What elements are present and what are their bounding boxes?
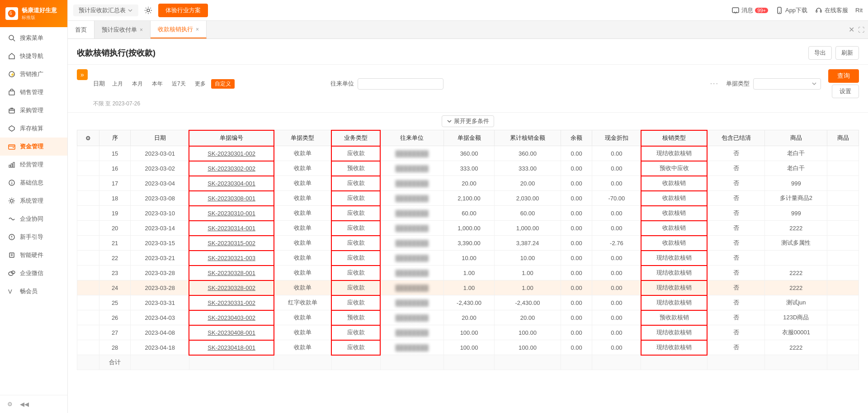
sidebar-item-sales[interactable]: 销售管理	[0, 83, 67, 101]
table-cell[interactable]: SK-20230314-001	[189, 221, 274, 236]
tab-close-receipt[interactable]: ×	[196, 26, 199, 33]
partner-input[interactable]	[358, 78, 443, 90]
table-cell[interactable]: SK-20230310-001	[189, 206, 274, 221]
tab-close-receivable[interactable]: ×	[140, 27, 143, 33]
table-cell	[77, 310, 99, 325]
table-cell: 100.00	[443, 340, 494, 355]
wallet-icon	[7, 142, 16, 151]
table-cell: -70.00	[592, 191, 641, 206]
table-cell: -2,430.00	[443, 295, 494, 310]
tab-home[interactable]: 首页	[68, 21, 94, 38]
table-cell	[827, 340, 859, 355]
table-cell: 应收款	[331, 340, 380, 355]
message-badge: 99+	[755, 8, 768, 13]
table-cell[interactable]: SK-20230403-002	[189, 310, 274, 325]
sidebar-item-system[interactable]: 系统管理	[0, 192, 67, 210]
table-cell[interactable]: SK-20230301-002	[189, 146, 274, 161]
table-cell: 现结收款核销	[641, 280, 708, 295]
svg-line-3	[13, 39, 15, 41]
sidebar-gear-icon[interactable]: ⚙	[7, 401, 13, 408]
col-gear[interactable]: ⚙	[77, 130, 99, 146]
bill-type-select[interactable]	[753, 78, 821, 90]
user-name[interactable]: Rit	[855, 7, 863, 14]
table-cell: 16	[99, 161, 131, 176]
sidebar-item-cooperation[interactable]: 企业协同	[0, 210, 67, 228]
table-cell: 应收款	[331, 176, 380, 191]
table-cell: 收款单	[274, 161, 331, 176]
query-button[interactable]: 查询	[828, 69, 859, 83]
refresh-button[interactable]: 刷新	[835, 46, 859, 60]
table-cell[interactable]: SK-20230328-001	[189, 266, 274, 280]
table-cell: 28	[99, 340, 131, 355]
page-selector[interactable]: 预计应收款汇总表	[73, 5, 138, 16]
sidebar-item-member[interactable]: V 畅会员	[0, 282, 67, 300]
industry-btn[interactable]: 体验行业方案	[158, 4, 208, 17]
sidebar: 6 畅康道好生意 标推版 搜索菜单 快捷导航 ⚡	[0, 0, 68, 413]
package-icon	[7, 106, 16, 115]
expand-tabs-icon[interactable]: ⛶	[858, 26, 864, 33]
table-cell[interactable]: SK-20230408-001	[189, 325, 274, 340]
filter-date-this-year[interactable]: 本年	[148, 79, 166, 89]
close-all-tabs-icon[interactable]: ✕	[849, 25, 854, 34]
summary-cell	[827, 355, 859, 370]
table-cell: 15	[99, 146, 131, 161]
chevron-down-icon	[127, 8, 133, 13]
table-cell: 2023-03-10	[131, 206, 189, 221]
sidebar-item-guide[interactable]: 新手引导	[0, 228, 67, 246]
table-cell: 1.00	[443, 280, 494, 295]
svg-rect-10	[9, 165, 10, 167]
sidebar-item-search[interactable]: 搜索菜单	[0, 29, 67, 47]
tab-receipt-exec[interactable]: 收款核销执行 ×	[151, 21, 207, 38]
filter-date-7days[interactable]: 近7天	[168, 79, 189, 89]
table-cell: 收款单	[274, 146, 331, 161]
export-button[interactable]: 导出	[808, 46, 832, 60]
filter-date-this-month[interactable]: 本月	[128, 79, 146, 89]
sidebar-item-quick-nav[interactable]: 快捷导航	[0, 47, 67, 65]
app-download-action[interactable]: App下载	[775, 6, 807, 14]
filter-date-more[interactable]: 更多	[191, 79, 209, 89]
table-cell[interactable]: SK-20230321-003	[189, 251, 274, 266]
filter-second-row: 展开更多条件	[68, 113, 868, 130]
message-icon	[731, 6, 740, 14]
page-inner: 收款核销执行(按收款) 导出 刷新 » 日期 上月	[68, 39, 868, 413]
table-cell[interactable]: SK-20230328-002	[189, 280, 274, 295]
table-cell: 100.00	[495, 340, 561, 355]
svg-text:V: V	[8, 288, 12, 295]
header-gear-icon[interactable]	[142, 4, 155, 17]
headset-icon	[815, 6, 823, 14]
setting-button[interactable]: 设置	[832, 85, 859, 98]
col-include-settled: 包含已结清	[707, 130, 764, 146]
sidebar-item-marketing[interactable]: ⚡ 营销推广	[0, 65, 67, 83]
table-cell[interactable]: SK-20230315-002	[189, 236, 274, 251]
table-cell[interactable]: SK-20230302-002	[189, 161, 274, 176]
sidebar-footer: ⚙ ◀◀	[0, 395, 67, 413]
sidebar-collapse-icon[interactable]: ◀◀	[20, 401, 29, 408]
sidebar-item-wechat[interactable]: 企业微信	[0, 264, 67, 282]
filter-toggle-btn[interactable]: »	[77, 69, 88, 80]
table-cell: 1,000.00	[495, 221, 561, 236]
shopping-icon	[7, 88, 16, 97]
table-cell: 测试jun	[765, 295, 827, 310]
col-bill-no: 单据编号	[189, 130, 274, 146]
table-cell[interactable]: SK-20230331-002	[189, 295, 274, 310]
sidebar-item-finance[interactable]: 资金管理	[0, 138, 67, 156]
table-cell: 收款单	[274, 266, 331, 280]
filter-date-custom[interactable]: 自定义	[211, 79, 235, 89]
svg-point-15	[10, 199, 13, 202]
online-support-action[interactable]: 在线客服	[815, 6, 848, 14]
filter-dots[interactable]: ···	[710, 80, 719, 88]
messages-action[interactable]: 消息 99+	[731, 6, 768, 14]
sidebar-item-purchase[interactable]: 采购管理	[0, 101, 67, 119]
sidebar-item-inventory[interactable]: 库存核算	[0, 119, 67, 138]
tab-receivable[interactable]: 预计应收付单 ×	[94, 21, 151, 38]
expand-conditions-btn[interactable]: 展开更多条件	[442, 115, 494, 127]
table-cell[interactable]: SK-20230308-001	[189, 191, 274, 206]
table-cell[interactable]: SK-20230304-001	[189, 176, 274, 191]
table-cell[interactable]: SK-20230418-001	[189, 340, 274, 355]
sidebar-item-operation[interactable]: 经营管理	[0, 156, 67, 174]
sidebar-item-hardware[interactable]: 智能硬件	[0, 246, 67, 264]
table-cell: 收款单	[274, 310, 331, 325]
col-date: 日期	[131, 130, 189, 146]
filter-date-last-month[interactable]: 上月	[108, 79, 127, 89]
sidebar-item-basic[interactable]: i 基础信息	[0, 174, 67, 192]
